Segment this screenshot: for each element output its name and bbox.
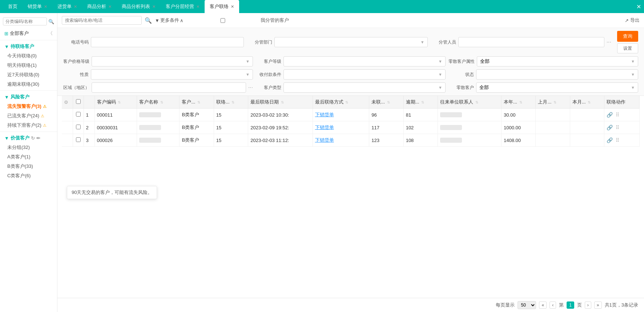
value-edit-icon[interactable]: ✏ (36, 135, 40, 141)
settings-icon[interactable]: ⚙ (64, 100, 68, 105)
row3-action-menu[interactable]: ⠿ (616, 137, 619, 143)
sidebar-item-lost-warning[interactable]: 流失预警客户(3) ⚠ (0, 102, 57, 111)
filter-area-dots[interactable]: ··· (248, 84, 253, 91)
col-settings[interactable]: ⚙ (62, 96, 73, 109)
my-customer-checkbox[interactable] (186, 18, 259, 23)
search-btn[interactable]: 🔍 (145, 17, 152, 24)
tab-analysis[interactable]: 商品分析 ✕ (82, 0, 117, 13)
tab-purchase-close[interactable]: ✕ (74, 4, 77, 9)
col-uncontacted[interactable]: 未联... ⇅ (369, 96, 403, 109)
window-close-btn[interactable]: ✕ (636, 3, 641, 10)
sidebar-search-container: 🔍 (0, 16, 57, 27)
page-prev-btn[interactable]: ‹ (550, 301, 556, 309)
sidebar-all-customers[interactable]: ⊞ 全部客户 《 (0, 28, 57, 39)
tab-customer-segment[interactable]: 客户分层经营 ✕ (161, 0, 205, 13)
row3-contact-val: 15 (216, 138, 221, 143)
tab-home[interactable]: 首页 (3, 0, 23, 13)
sidebar-item-unsorted[interactable]: 未分组(32) (0, 143, 57, 152)
filter-payment-label: 收付款条件 (256, 72, 281, 78)
col-last-date[interactable]: 最后联络日期 ⇅ (248, 96, 313, 109)
sidebar-item-classC[interactable]: C类客户(6) (0, 171, 57, 181)
page-last-btn[interactable]: » (594, 301, 602, 309)
col-overdue[interactable]: 逾期... ⇅ (403, 96, 438, 109)
filter-sparse-attr-select[interactable]: 全部 ▼ (477, 56, 638, 66)
filter-status-select[interactable]: ▼ (476, 69, 638, 80)
header-checkbox[interactable] (76, 99, 81, 104)
sidebar-item-week[interactable]: 近7天待联络(0) (0, 70, 57, 80)
tab-analysis-list-close[interactable]: ✕ (152, 4, 156, 9)
page-size-select[interactable]: 50 100 200 (518, 301, 536, 309)
row2-type: B类客户 (180, 121, 214, 134)
col-code[interactable]: 客户编码 ⇅ (94, 96, 137, 109)
row3-checkbox[interactable] (76, 137, 81, 142)
col-unit-contact[interactable]: 往来单位联系人 ⇅ (438, 96, 502, 109)
col-this-year[interactable]: 本年... ⇅ (502, 96, 536, 109)
search-input[interactable] (62, 16, 142, 25)
row2-last-method-val[interactable]: 下销货单 (315, 125, 334, 130)
row1-action-menu[interactable]: ⠿ (616, 112, 619, 118)
sidebar-collapse-btn[interactable]: 《 (48, 30, 53, 37)
filter-person-dots[interactable]: ··· (607, 39, 611, 45)
sidebar-item-declining[interactable]: 持续下滑客户(2) ⚠ (0, 121, 57, 130)
page-first-btn[interactable]: « (539, 301, 547, 309)
row1-name-val (139, 112, 161, 117)
col-name[interactable]: 客户名称 ⇅ (137, 96, 180, 109)
sidebar-item-tomorrow[interactable]: 明天待联络(1) (0, 61, 57, 70)
sidebar-item-lost-already[interactable]: 已流失客户(24) ⚠ (0, 111, 57, 121)
tooltip-text: 90天无交易的客户，可能有流失风险。 (72, 190, 152, 195)
more-filter-btn[interactable]: ▼ 更多条件 ∧ (155, 17, 184, 24)
tab-customer-segment-close[interactable]: ✕ (196, 4, 200, 9)
sidebar-item-today[interactable]: 今天待联络(0) (0, 51, 57, 61)
page-current-btn[interactable]: 1 (567, 301, 574, 309)
tab-sales[interactable]: 销货单 ✕ (23, 0, 52, 13)
tab-sales-close[interactable]: ✕ (44, 4, 47, 9)
row1-settings-cell (62, 109, 73, 121)
row1-last-method-val[interactable]: 下销货单 (315, 112, 334, 117)
tab-customer-link[interactable]: 客户联络 ✕ (205, 0, 239, 13)
filter-sparse-label: 零散客户 (448, 85, 474, 91)
row2-action-menu[interactable]: ⠿ (616, 125, 619, 130)
filter-person-select[interactable] (458, 37, 604, 47)
tab-customer-link-close[interactable]: ✕ (231, 4, 234, 9)
col-type[interactable]: 客户... ⇅ (180, 96, 214, 109)
col-last-method[interactable]: 最后联络方式 ⇅ (313, 96, 369, 109)
col-contact[interactable]: 联络... ⇅ (214, 96, 248, 109)
filter-cust-type-select[interactable]: ▼ (283, 82, 446, 93)
tab-analysis-close[interactable]: ✕ (108, 4, 112, 9)
sidebar-item-overdue[interactable]: 逾期未联络(30) (0, 80, 57, 89)
sidebar-section-pending[interactable]: ▼ 待联络客户 (0, 42, 57, 51)
filter-price-level-select[interactable]: ▼ (92, 56, 253, 66)
row3-action-link[interactable]: 🔗 (607, 137, 613, 143)
filter-dept-select[interactable]: ▼ (274, 37, 427, 47)
my-customer-checkbox-area[interactable]: 我分管的客户 (186, 17, 289, 24)
sidebar-search-icon[interactable]: 🔍 (48, 19, 54, 24)
sidebar-section-value[interactable]: ▼ 价值客户 ↻ ✏ (0, 133, 57, 143)
page-next-btn[interactable]: › (585, 301, 591, 309)
col-this-month[interactable]: 本月... ⇅ (570, 96, 604, 109)
filter-payment-select[interactable]: ▼ (283, 69, 446, 80)
filter-nature-select[interactable]: ▼ (91, 69, 253, 80)
filter-customer-level-select[interactable]: ▼ (283, 56, 446, 66)
export-btn[interactable]: ↗ 导出 (625, 17, 640, 24)
sidebar-item-classB[interactable]: B类客户(33) (0, 162, 57, 171)
row3-last-method-val[interactable]: 下销货单 (315, 137, 334, 143)
filter-area-select[interactable] (92, 82, 246, 93)
row1-checkbox[interactable] (76, 112, 81, 117)
settings-btn[interactable]: 设置 (617, 43, 638, 53)
filter-phone-input[interactable] (91, 37, 244, 47)
filter-sparse-select[interactable]: 全部 ▼ (476, 82, 638, 93)
query-btn[interactable]: 查询 (617, 31, 638, 42)
row2-checkbox[interactable] (76, 125, 81, 129)
page-label: 第 (559, 302, 564, 308)
tab-analysis-list[interactable]: 商品分析列表 ✕ (117, 0, 161, 13)
sidebar-section-risk[interactable]: ▼ 风险客户 (0, 92, 57, 102)
tab-purchase[interactable]: 进货单 ✕ (52, 0, 82, 13)
sidebar-item-classA[interactable]: A类客户(1) (0, 152, 57, 162)
row1-action-link[interactable]: 🔗 (607, 112, 613, 118)
value-refresh-icon[interactable]: ↻ (31, 135, 35, 141)
row2-action-link[interactable]: 🔗 (607, 125, 613, 130)
row1-last-date-val: 2023-03-02 10:30: (250, 112, 289, 118)
sidebar-search-input[interactable] (3, 17, 47, 25)
row3-last-method: 下销货单 (313, 134, 369, 147)
col-last-month[interactable]: 上月... ⇅ (536, 96, 570, 109)
